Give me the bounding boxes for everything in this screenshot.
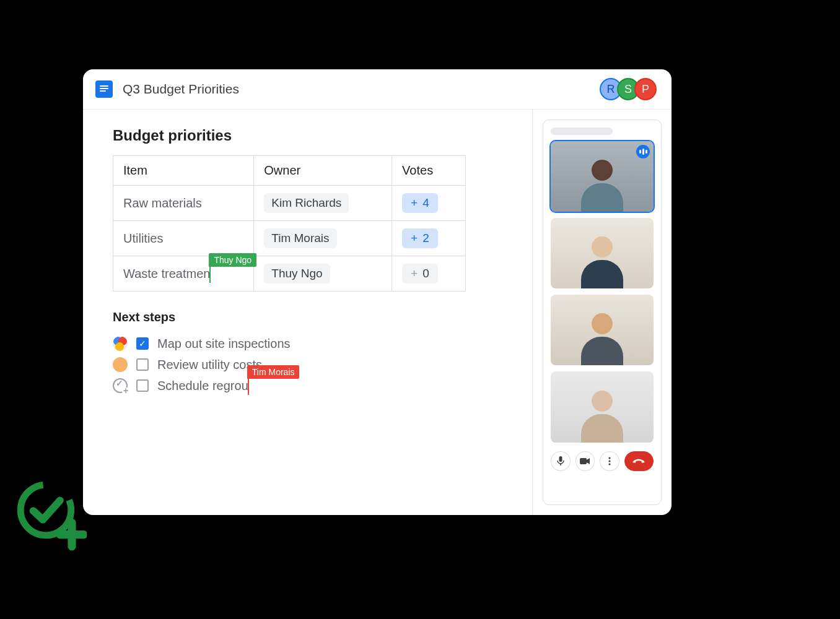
checkbox[interactable] — [136, 358, 149, 371]
cell-owner[interactable]: Tim Morais — [254, 221, 392, 256]
more-button[interactable] — [600, 451, 619, 471]
task-check-badge-icon — [12, 477, 87, 551]
video-tile[interactable] — [551, 141, 654, 212]
task-text[interactable]: Schedule regrou Tim Morais — [157, 379, 248, 393]
plus-icon: + — [411, 267, 418, 280]
cell-votes[interactable]: +0 — [392, 256, 466, 292]
collaborator-avatar[interactable]: P — [634, 78, 657, 100]
col-owner: Owner — [254, 156, 392, 186]
cell-item[interactable]: Utilities — [113, 221, 254, 256]
list-item: ✓ Map out site inspections — [113, 333, 502, 354]
document-body[interactable]: Budget priorities Item Owner Votes Raw m… — [83, 110, 533, 515]
cell-item[interactable]: Waste treatmen Thuy Ngo — [113, 256, 254, 292]
cell-votes[interactable]: +4 — [392, 186, 466, 221]
more-icon — [608, 457, 611, 465]
collab-cursor — [248, 377, 249, 395]
section-title-next-steps: Next steps — [113, 310, 502, 324]
svg-rect-0 — [559, 456, 562, 462]
task-text[interactable]: Map out site inspections — [157, 337, 291, 351]
document-window: Q3 Budget Priorities R S P Budget priori… — [83, 69, 672, 515]
header: Q3 Budget Priorities R S P — [83, 69, 672, 110]
section-title-budget: Budget priorities — [113, 127, 502, 144]
hangup-button[interactable] — [624, 451, 654, 471]
plus-icon: + — [411, 196, 418, 210]
hangup-icon — [632, 457, 645, 465]
plus-icon: + — [411, 232, 418, 245]
svg-point-3 — [608, 457, 610, 459]
assign-add-icon[interactable] — [113, 378, 128, 393]
checkbox[interactable] — [136, 379, 149, 392]
svg-point-4 — [608, 460, 610, 462]
assignee-icon[interactable] — [113, 336, 128, 351]
camera-button[interactable] — [575, 451, 595, 471]
task-text[interactable]: Review utility costs — [157, 358, 262, 372]
table-row: Waste treatmen Thuy Ngo Thuy Ngo +0 — [113, 256, 466, 292]
meet-sidebar — [533, 110, 672, 515]
collab-cursor-label: Tim Morais — [247, 365, 300, 379]
mic-icon — [557, 456, 564, 466]
video-tile[interactable] — [551, 295, 654, 365]
checkbox[interactable]: ✓ — [136, 337, 149, 350]
svg-rect-2 — [580, 458, 587, 464]
next-steps-list: ✓ Map out site inspections Review utilit… — [113, 333, 502, 396]
cell-owner[interactable]: Thuy Ngo — [254, 256, 392, 292]
video-tile[interactable] — [551, 371, 654, 442]
video-tile[interactable] — [551, 218, 654, 288]
table-row: Raw materials Kim Richards +4 — [113, 186, 466, 221]
mic-button[interactable] — [551, 451, 571, 471]
meet-panel — [543, 119, 662, 505]
assignee-icon[interactable] — [113, 357, 128, 372]
budget-table: Item Owner Votes Raw materials Kim Richa… — [113, 155, 466, 292]
collab-cursor — [209, 265, 211, 283]
camera-icon — [580, 457, 590, 465]
cell-votes[interactable]: +2 — [392, 221, 466, 256]
vote-chip[interactable]: +2 — [402, 228, 438, 248]
col-item: Item — [113, 156, 254, 186]
collaborator-avatars: R S P — [605, 78, 657, 100]
cell-item[interactable]: Raw materials — [113, 186, 254, 221]
list-item: Review utility costs — [113, 354, 502, 375]
owner-chip[interactable]: Kim Richards — [264, 193, 349, 213]
speaking-icon — [636, 145, 650, 158]
document-title[interactable]: Q3 Budget Priorities — [123, 82, 239, 97]
vote-chip[interactable]: +0 — [402, 264, 438, 284]
cell-owner[interactable]: Kim Richards — [254, 186, 392, 221]
meet-title-placeholder — [551, 128, 613, 135]
collab-cursor-label: Thuy Ngo — [209, 253, 256, 267]
list-item: Schedule regrou Tim Morais — [113, 375, 502, 396]
col-votes: Votes — [392, 156, 466, 186]
svg-point-5 — [608, 463, 610, 465]
owner-chip[interactable]: Thuy Ngo — [264, 264, 330, 284]
meet-controls — [551, 451, 654, 471]
owner-chip[interactable]: Tim Morais — [264, 228, 336, 248]
docs-icon — [95, 80, 113, 98]
table-row: Utilities Tim Morais +2 — [113, 221, 466, 256]
vote-chip[interactable]: +4 — [402, 193, 438, 213]
